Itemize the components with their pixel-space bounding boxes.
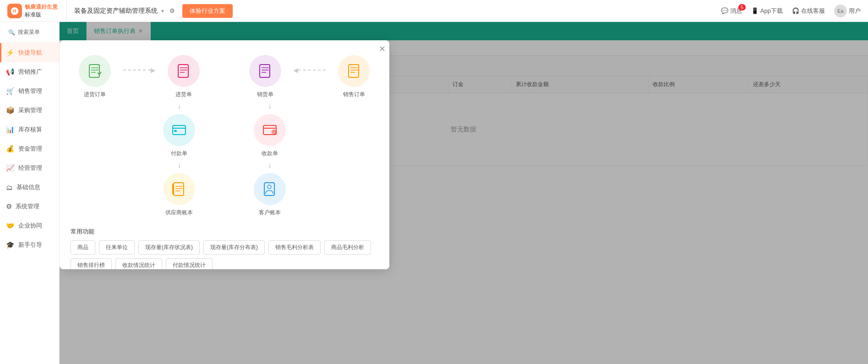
nav-icon-operations: 📈 <box>6 164 15 172</box>
nav-label-sales: 销售管理 <box>18 87 42 95</box>
v-spacer4 <box>297 102 324 110</box>
logo-text: 畅康通好生意 标准版 <box>25 3 58 19</box>
svg-rect-12 <box>349 65 359 77</box>
modal: ✕ 进货订单 <box>60 40 389 269</box>
func-buttons: 商品往来单位现存量(库存状况表)现存量(库存分布表)销售毛利分析表商品毛利分析销… <box>71 240 378 269</box>
user-menu[interactable]: Ea 用户 <box>834 5 861 17</box>
func-btn-8[interactable]: 付款情况统计 <box>166 258 213 269</box>
svg-point-30 <box>267 185 271 189</box>
flow-circle-receipt-bill[interactable] <box>254 114 286 146</box>
app-download-btn[interactable]: 📱 App下载 <box>751 7 783 15</box>
v-arrow-payment: ↓ <box>152 161 207 169</box>
message-btn[interactable]: 💬 消息 5 <box>721 7 742 15</box>
system-dropdown-arrow[interactable]: ▾ <box>161 8 164 14</box>
sidebar: 🔍 搜索菜单 ⚡快捷导航📢营销推广🛒销售管理📦采购管理📊库存核算💰资金管理📈经营… <box>0 22 60 364</box>
nav-label-quick-nav: 快捷导航 <box>18 49 42 57</box>
arrow-sales-order-to-bill: ◀ <box>289 66 329 74</box>
common-functions-title: 常用功能 <box>71 228 378 236</box>
nav-icon-system: ⚙ <box>6 202 12 211</box>
settings-icon[interactable]: ⚙ <box>169 7 175 14</box>
svg-rect-25 <box>172 184 174 195</box>
v-spacer3 <box>206 102 242 110</box>
avatar: Ea <box>834 5 847 17</box>
flow-node-sales-bill: 销货单 <box>241 55 290 98</box>
sidebar-item-operations[interactable]: 📈经营管理 <box>0 158 59 178</box>
nav-icon-marketing: 📢 <box>6 68 15 76</box>
flow-node-receipt-bill: 收款单 <box>243 114 297 158</box>
nav-label-purchase: 采购管理 <box>18 106 42 114</box>
nav-label-system: 系统管理 <box>16 202 39 211</box>
service-icon: 🎧 <box>792 7 799 14</box>
nav-label-finance: 资金管理 <box>18 145 42 153</box>
flow-node-payment-bill: 付款单 <box>152 114 207 158</box>
nav-icon-inventory: 📊 <box>6 125 15 134</box>
svg-rect-4 <box>178 65 188 77</box>
search-menu-btn[interactable]: 🔍 搜索菜单 <box>5 27 55 38</box>
top-bar: 畅康通好生意 标准版 装备及固定资产辅助管理系统 ▾ ⚙ 体验行业方案 💬 消息… <box>0 0 868 22</box>
try-btn[interactable]: 体验行业方案 <box>182 4 233 18</box>
system-title: 装备及固定资产辅助管理系统 ▾ ⚙ 体验行业方案 <box>67 4 721 18</box>
func-btn-6[interactable]: 销售排行榜 <box>71 258 112 269</box>
flow-node-customer-ledger: 客户账本 <box>243 173 297 217</box>
svg-rect-18 <box>174 130 177 132</box>
nav-label-marketing: 营销推广 <box>18 68 42 76</box>
flow-row-3: 供应商账本 客户账本 <box>71 169 378 220</box>
flow-circle-supplier-ledger[interactable] <box>163 173 195 205</box>
modal-overlay[interactable]: ✕ 进货订单 <box>60 22 868 364</box>
message-icon: 💬 <box>721 7 728 14</box>
flow-v-arrows-row: ↓ ↓ <box>71 102 378 110</box>
v-spacer5 <box>324 102 378 110</box>
v-arrow-purchase-bill: ↓ <box>152 102 207 110</box>
content-area: 首页销售订单执行表✕ ❓ 帮助 🖨 按模板打印 ▾ 📤 导出 ▾ <box>60 22 868 364</box>
flow-circle-purchase-bill[interactable] <box>168 55 200 87</box>
func-btn-0[interactable]: 商品 <box>71 240 95 255</box>
nav-label-operations: 经营管理 <box>18 164 42 172</box>
nav-icon-guide: 🎓 <box>6 241 15 249</box>
flow-node-sales-order: 销售订单 <box>329 55 378 98</box>
func-btn-2[interactable]: 现存量(库存状况表) <box>138 240 200 255</box>
func-btn-5[interactable]: 商品毛利分析 <box>324 240 371 255</box>
common-functions: 常用功能 商品往来单位现存量(库存状况表)现存量(库存分布表)销售毛利分析表商品… <box>71 228 378 269</box>
func-btn-1[interactable]: 往来单位 <box>99 240 135 255</box>
modal-close-btn[interactable]: ✕ <box>379 44 386 54</box>
nav-icon-basic: 🗂 <box>6 184 13 191</box>
flow-row-2: 付款单 收款单 <box>71 110 378 161</box>
message-badge: 5 <box>738 4 746 11</box>
sidebar-item-system[interactable]: ⚙系统管理 <box>0 197 59 216</box>
sidebar-item-marketing[interactable]: 📢营销推广 <box>0 62 59 81</box>
flow-node-purchase-order: 进货订单 <box>71 55 120 98</box>
sidebar-item-enterprise[interactable]: 🤝企业协同 <box>0 216 59 235</box>
online-service-btn[interactable]: 🎧 在线客服 <box>792 7 825 15</box>
logo-area: 畅康通好生意 标准版 <box>7 0 67 22</box>
func-btn-4[interactable]: 销售毛利分析表 <box>268 240 321 255</box>
sidebar-search: 🔍 搜索菜单 <box>0 22 59 43</box>
func-btn-3[interactable]: 现存量(库存分布表) <box>203 240 265 255</box>
sidebar-item-purchase[interactable]: 📦采购管理 <box>0 101 59 120</box>
sidebar-item-finance[interactable]: 💰资金管理 <box>0 139 59 158</box>
nav-label-enterprise: 企业协同 <box>18 222 42 230</box>
nav-icon-quick-nav: ⚡ <box>6 49 15 57</box>
top-right: 💬 消息 5 📱 App下载 🎧 在线客服 Ea 用户 <box>721 5 861 17</box>
svg-rect-24 <box>174 183 184 196</box>
flow-circle-payment-bill[interactable] <box>163 114 195 146</box>
nav-label-inventory: 库存核算 <box>18 125 42 134</box>
v-arrow-receipt: ↓ <box>243 161 297 169</box>
download-icon: 📱 <box>751 7 759 14</box>
flow-v-arrows-row2: ↓ ↓ <box>71 161 378 169</box>
sidebar-nav: ⚡快捷导航📢营销推广🛒销售管理📦采购管理📊库存核算💰资金管理📈经营管理🗂基础信息… <box>0 43 59 364</box>
arrow-purchase-order-to-bill: ▶ <box>120 66 159 74</box>
sidebar-item-guide[interactable]: 🎓新手引导 <box>0 235 59 255</box>
sidebar-item-quick-nav[interactable]: ⚡快捷导航 <box>0 43 59 62</box>
flow-circle-customer-ledger[interactable] <box>254 173 286 205</box>
func-btn-7[interactable]: 收款情况统计 <box>115 258 162 269</box>
sidebar-item-sales[interactable]: 🛒销售管理 <box>0 81 59 101</box>
sidebar-item-inventory[interactable]: 📊库存核算 <box>0 120 59 139</box>
flow-circle-purchase-order[interactable] <box>79 55 111 87</box>
sidebar-item-basic[interactable]: 🗂基础信息 <box>0 178 59 197</box>
logo-icon <box>7 4 22 18</box>
flow-circle-sales-bill[interactable] <box>249 55 281 87</box>
flow-circle-sales-order[interactable] <box>338 55 370 87</box>
flow-chart: 进货订单 ▶ <box>71 51 378 220</box>
v-spacer1 <box>71 102 125 110</box>
search-icon: 🔍 <box>8 29 15 36</box>
